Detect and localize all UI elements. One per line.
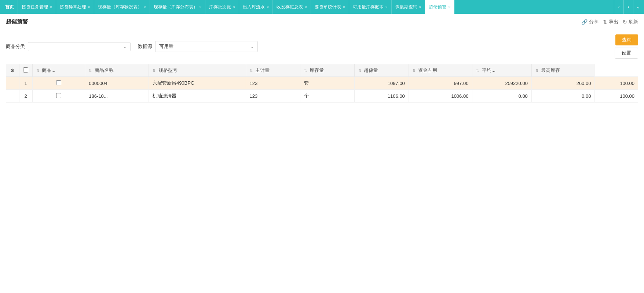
nav-arrow-right[interactable]: › — [623, 0, 633, 14]
row-select-checkbox-1[interactable] — [56, 93, 61, 98]
col-header-max-stock[interactable]: ⇅ 最高库存 — [531, 64, 595, 77]
nav-arrow-menu[interactable]: ⌄ — [633, 0, 643, 14]
nav-tab-task-mgmt-close[interactable]: × — [50, 5, 52, 9]
category-label: 商品分类 — [6, 43, 25, 50]
nav-tab-batch-label: 库存批次账 — [209, 4, 231, 10]
row-gear-0 — [6, 77, 19, 90]
col-header-overstock[interactable]: ⇅ 超储量 — [354, 64, 409, 77]
datasource-chevron-icon: ⌄ — [250, 44, 254, 49]
nav-tab-summary[interactable]: 收发存汇总表 × — [273, 0, 311, 14]
col-header-avg[interactable]: ⇅ 平均... — [472, 64, 531, 77]
row-product-name-0: 六配套新昌490BPG — [149, 77, 246, 90]
category-filter: 商品分类 ⌄ — [6, 42, 131, 51]
nav-tab-flow-close[interactable]: × — [267, 5, 269, 9]
nav-tab-batch[interactable]: 库存批次账 × — [205, 0, 239, 14]
category-select[interactable]: ⌄ — [28, 42, 131, 51]
table-header-row: ⚙ ⇅ 商品... ⇅ 商品名称 ⇅ 规格型号 — [6, 64, 638, 77]
row-checkbox-0[interactable] — [32, 77, 85, 90]
nav-arrows-container: ‹ › ⌄ — [614, 0, 643, 14]
nav-tab-overstock[interactable]: 超储预警 × — [425, 0, 454, 14]
nav-tab-home-label: 首页 — [5, 4, 14, 10]
nav-tab-task-mgmt[interactable]: 拣货任务管理 × — [18, 0, 56, 14]
col-header-checkbox[interactable] — [19, 64, 32, 77]
row-select-checkbox-0[interactable] — [56, 80, 61, 85]
row-checkbox-1[interactable] — [32, 90, 85, 103]
share-button[interactable]: 🔗 分享 — [581, 19, 599, 25]
nav-tab-overstock-close[interactable]: × — [448, 5, 450, 9]
sort-icon-product-code: ⇅ — [36, 68, 39, 73]
nav-tab-flow-label: 出入库流水 — [243, 4, 265, 10]
nav-tab-exception-close[interactable]: × — [88, 5, 90, 9]
table-container: ⚙ ⇅ 商品... ⇅ 商品名称 ⇅ 规格型号 — [0, 64, 644, 103]
nav-tab-stock-status-label: 现存量（库存状况表） — [98, 4, 142, 10]
settings-button[interactable]: 设置 — [615, 48, 638, 59]
nav-tab-stock-status[interactable]: 现存量（库存状况表） × — [94, 0, 150, 14]
row-stock-0: 1097.00 — [354, 77, 409, 90]
select-all-checkbox[interactable] — [23, 67, 28, 73]
table-row: 1 0000004 六配套新昌490BPG 123 套 1097.00 997.… — [6, 77, 638, 90]
datasource-select[interactable]: 可用量 ⌄ — [155, 41, 258, 52]
nav-arrow-left[interactable]: ‹ — [614, 0, 623, 14]
nav-tab-task-mgmt-label: 拣货任务管理 — [22, 4, 48, 10]
col-header-product-name[interactable]: ⇅ 商品名称 — [85, 64, 149, 77]
nav-tab-summary-close[interactable]: × — [305, 5, 307, 9]
nav-tab-stock-status-close[interactable]: × — [144, 5, 146, 9]
nav-tab-expiry-close[interactable]: × — [419, 5, 421, 9]
nav-tab-batch-close[interactable]: × — [233, 5, 235, 9]
sort-icon-capital: ⇅ — [413, 68, 416, 73]
row-overstock-1: 1006.00 — [409, 90, 472, 103]
page-title: 超储预警 — [6, 18, 28, 25]
refresh-button[interactable]: ↻ 刷新 — [623, 19, 638, 25]
nav-tab-avail-label: 可用量库存账本 — [353, 4, 384, 10]
nav-tab-expiry[interactable]: 保质期查询 × — [392, 0, 425, 14]
col-header-capital[interactable]: ⇅ 资金占用 — [409, 64, 472, 77]
row-num-0: 1 — [19, 77, 32, 90]
nav-tab-req-stat-label: 要货单统计表 — [315, 4, 341, 10]
datasource-label: 数据源 — [138, 43, 152, 50]
query-button[interactable]: 查询 — [615, 34, 638, 45]
nav-tab-stock-dist-label: 现存量（库存分布表） — [154, 4, 198, 10]
row-spec-0: 123 — [246, 77, 300, 90]
row-gear-1 — [6, 90, 19, 103]
row-unit-1: 个 — [300, 90, 354, 103]
nav-tab-req-stat[interactable]: 要货单统计表 × — [311, 0, 349, 14]
nav-tab-stock-dist-close[interactable]: × — [200, 5, 202, 9]
nav-tab-overstock-label: 超储预警 — [429, 4, 446, 10]
table-body: 1 0000004 六配套新昌490BPG 123 套 1097.00 997.… — [6, 77, 638, 103]
col-header-spec[interactable]: ⇅ 规格型号 — [149, 64, 246, 77]
col-header-stock[interactable]: ⇅ 库存量 — [300, 64, 354, 77]
row-spec-1: 123 — [246, 90, 300, 103]
nav-tab-avail-close[interactable]: × — [385, 5, 388, 9]
row-avg-0: 260.00 — [531, 77, 595, 90]
header-actions: 🔗 分享 ⇅ 导出 ↻ 刷新 — [581, 19, 638, 25]
col-header-unit[interactable]: ⇅ 主计量 — [246, 64, 300, 77]
row-max-stock-1: 100.00 — [595, 90, 638, 103]
category-chevron-icon: ⌄ — [123, 44, 127, 49]
nav-tab-stock-dist[interactable]: 现存量（库存分布表） × — [150, 0, 206, 14]
share-label: 分享 — [589, 19, 599, 25]
sort-icon-avg: ⇅ — [476, 68, 479, 73]
export-icon: ⇅ — [603, 19, 607, 25]
row-overstock-0: 997.00 — [409, 77, 472, 90]
table-row: 2 186-10... 机油滤清器 123 个 1106.00 1006.00 … — [6, 90, 638, 103]
page-content: 超储预警 🔗 分享 ⇅ 导出 ↻ 刷新 商品分类 ⌄ 数据源 — [0, 14, 644, 293]
nav-tab-home[interactable]: 首页 — [1, 0, 18, 14]
nav-tab-req-stat-close[interactable]: × — [343, 5, 345, 9]
sort-icon-product-name: ⇅ — [89, 68, 92, 73]
nav-tab-avail[interactable]: 可用量库存账本 × — [349, 0, 392, 14]
refresh-icon: ↻ — [623, 19, 627, 25]
datasource-filter: 数据源 可用量 ⌄ — [138, 41, 258, 52]
nav-tab-summary-label: 收发存汇总表 — [277, 4, 303, 10]
row-num-1: 2 — [19, 90, 32, 103]
sort-icon-stock: ⇅ — [304, 68, 307, 73]
export-button[interactable]: ⇅ 导出 — [603, 19, 618, 25]
nav-tab-flow[interactable]: 出入库流水 × — [239, 0, 273, 14]
overstock-table: ⚙ ⇅ 商品... ⇅ 商品名称 ⇅ 规格型号 — [6, 64, 638, 103]
sort-icon-spec: ⇅ — [153, 68, 155, 73]
col-header-gear[interactable]: ⚙ — [6, 64, 19, 77]
row-product-name-1: 机油滤清器 — [149, 90, 246, 103]
col-header-product-code[interactable]: ⇅ 商品... — [32, 64, 85, 77]
filter-buttons: 查询 设置 — [615, 34, 638, 59]
nav-tab-exception[interactable]: 拣货异常处理 × — [56, 0, 94, 14]
export-label: 导出 — [609, 19, 618, 25]
